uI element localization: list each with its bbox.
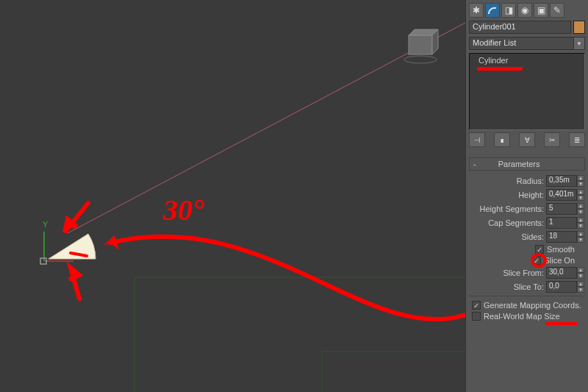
generate-mapping-checkbox[interactable]	[472, 301, 481, 310]
viewport[interactable]: Y 30°	[0, 0, 465, 392]
cap-segments-spinner[interactable]: 1 ▲▼	[546, 217, 584, 229]
svg-rect-12	[40, 258, 46, 264]
slice-to-spinner[interactable]: 0,0 ▲▼	[546, 281, 584, 293]
cap-segments-label: Cap Segments:	[488, 218, 544, 227]
show-end-result-icon[interactable]: ∎	[494, 132, 510, 147]
spinner-up-icon[interactable]: ▲	[577, 231, 584, 237]
svg-line-13	[71, 203, 88, 225]
display-tab-icon[interactable]: ▣	[534, 3, 548, 18]
cap-segments-input[interactable]: 1	[546, 217, 577, 229]
radius-input[interactable]: 0,35m	[546, 175, 577, 187]
configure-sets-icon[interactable]: ≣	[569, 132, 585, 147]
smooth-label: Smooth	[547, 245, 575, 254]
motion-tab-icon[interactable]: ◉	[517, 3, 532, 18]
slice-to-label: Slice To:	[514, 282, 544, 291]
svg-marker-6	[409, 29, 438, 35]
collapse-icon: -	[473, 160, 476, 168]
spinner-up-icon[interactable]: ▲	[577, 267, 584, 273]
modifier-list-dropdown[interactable]: Modifier List ▼	[469, 37, 585, 50]
stack-toolbar: ⊣ ∎ ∀ ✂ ≣	[469, 132, 585, 147]
spinner-down-icon[interactable]: ▼	[577, 209, 584, 215]
height-segments-spinner[interactable]: 5 ▲▼	[546, 203, 584, 215]
stack-item-cylinder[interactable]: Cylinder	[471, 55, 583, 65]
spinner-down-icon[interactable]: ▼	[577, 181, 584, 187]
height-spinner[interactable]: 0,401m ▲▼	[546, 189, 584, 201]
remove-modifier-icon[interactable]: ✂	[544, 132, 560, 147]
svg-line-15	[74, 278, 79, 299]
sides-input[interactable]: 18	[546, 231, 577, 243]
spinner-down-icon[interactable]: ▼	[577, 273, 584, 279]
slice-from-input[interactable]: 30,0	[546, 267, 577, 279]
create-tab-icon[interactable]: ✱	[469, 3, 484, 18]
slice-on-label: Slice On	[544, 256, 575, 265]
svg-marker-7	[432, 29, 438, 54]
spinner-down-icon[interactable]: ▼	[577, 237, 584, 243]
annotation-underline-slicefrom	[545, 322, 578, 325]
spinner-up-icon[interactable]: ▲	[577, 189, 584, 195]
sides-label: Sides:	[521, 232, 544, 241]
spinner-up-icon[interactable]: ▲	[577, 281, 584, 287]
pin-stack-icon[interactable]: ⊣	[469, 132, 485, 147]
annotation-angle-label: 30°	[163, 193, 204, 227]
make-unique-icon[interactable]: ∀	[519, 132, 535, 147]
rollout-title: Parameters	[498, 160, 540, 168]
modifier-list-label: Modifier List	[469, 37, 573, 50]
chevron-down-icon[interactable]: ▼	[573, 37, 585, 50]
height-segments-input[interactable]: 5	[546, 203, 577, 215]
spinner-down-icon[interactable]: ▼	[577, 287, 584, 293]
spinner-up-icon[interactable]: ▲	[577, 217, 584, 223]
svg-line-4	[68, 23, 465, 233]
slice-to-input[interactable]: 0,0	[546, 281, 577, 293]
svg-text:Y: Y	[43, 220, 49, 229]
slice-on-checkbox[interactable]	[532, 256, 541, 265]
svg-rect-5	[409, 35, 432, 54]
svg-point-8	[404, 56, 437, 63]
svg-marker-16	[69, 268, 79, 279]
spinner-up-icon[interactable]: ▲	[577, 175, 584, 181]
slice-from-label: Slice From:	[503, 268, 544, 277]
object-color-swatch[interactable]	[573, 21, 585, 34]
radius-spinner[interactable]: 0,35m ▲▼	[546, 175, 584, 187]
viewport-overlay: Y	[0, 0, 465, 392]
real-world-checkbox[interactable]	[472, 312, 481, 321]
height-input[interactable]: 0,401m	[546, 189, 577, 201]
command-panel-tabs: ✱ ◨ ◉ ▣ ✎	[469, 3, 585, 18]
real-world-label: Real-World Map Size	[484, 312, 560, 321]
height-segments-label: Height Segments:	[480, 204, 544, 213]
divider	[469, 296, 585, 296]
object-name-input[interactable]: Cylinder001	[469, 21, 571, 34]
slice-from-spinner[interactable]: 30,0 ▲▼	[546, 267, 584, 279]
hierarchy-tab-icon[interactable]: ◨	[501, 3, 516, 18]
height-label: Height:	[518, 190, 544, 199]
spinner-up-icon[interactable]: ▲	[577, 203, 584, 209]
radius-label: Radius:	[517, 177, 544, 185]
utilities-tab-icon[interactable]: ✎	[550, 3, 564, 18]
parameters-rollout-header[interactable]: - Parameters	[469, 157, 585, 171]
modify-tab-icon[interactable]	[485, 3, 500, 18]
smooth-checkbox[interactable]	[535, 245, 544, 254]
spinner-down-icon[interactable]: ▼	[577, 195, 584, 201]
modifier-stack[interactable]: Cylinder	[469, 53, 585, 130]
svg-marker-17	[103, 235, 119, 250]
annotation-underline	[477, 67, 523, 71]
svg-marker-14	[65, 219, 76, 232]
generate-mapping-label: Generate Mapping Coords.	[484, 301, 581, 310]
command-panel: ✱ ◨ ◉ ▣ ✎ Cylinder001 Modifier List ▼ Cy…	[465, 0, 588, 392]
sides-spinner[interactable]: 18 ▲▼	[546, 231, 584, 243]
spinner-down-icon[interactable]: ▼	[577, 223, 584, 229]
